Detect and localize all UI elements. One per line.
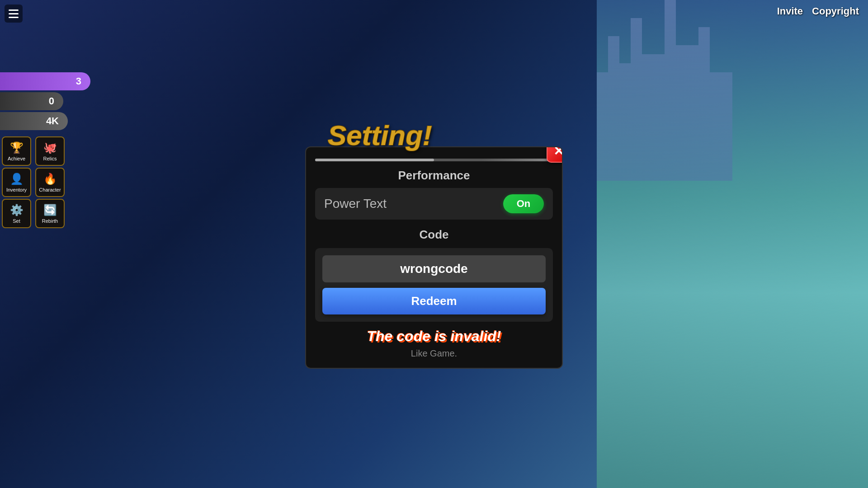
code-area: Redeem: [315, 248, 553, 322]
scroll-thumb: [315, 159, 434, 161]
settings-dialog: ✕ Performance Power Text On Code Redeem …: [305, 146, 563, 369]
power-text-row: Power Text On: [315, 188, 553, 220]
dialog-title: Setting!: [328, 119, 432, 151]
power-text-label: Power Text: [324, 197, 387, 211]
close-button[interactable]: ✕: [547, 146, 563, 163]
power-text-toggle[interactable]: On: [503, 194, 544, 213]
dialog-wrapper: Setting! ✕ Performance Power Text On Cod…: [305, 146, 563, 369]
like-game-text: Like Game.: [315, 348, 553, 359]
scroll-indicator: [315, 159, 553, 161]
code-input[interactable]: [322, 255, 546, 282]
code-heading: Code: [315, 228, 553, 242]
error-message: The code is invalid!: [315, 328, 553, 345]
performance-heading: Performance: [315, 169, 553, 183]
dialog-overlay: Setting! ✕ Performance Power Text On Cod…: [0, 0, 868, 488]
redeem-button[interactable]: Redeem: [322, 288, 546, 314]
